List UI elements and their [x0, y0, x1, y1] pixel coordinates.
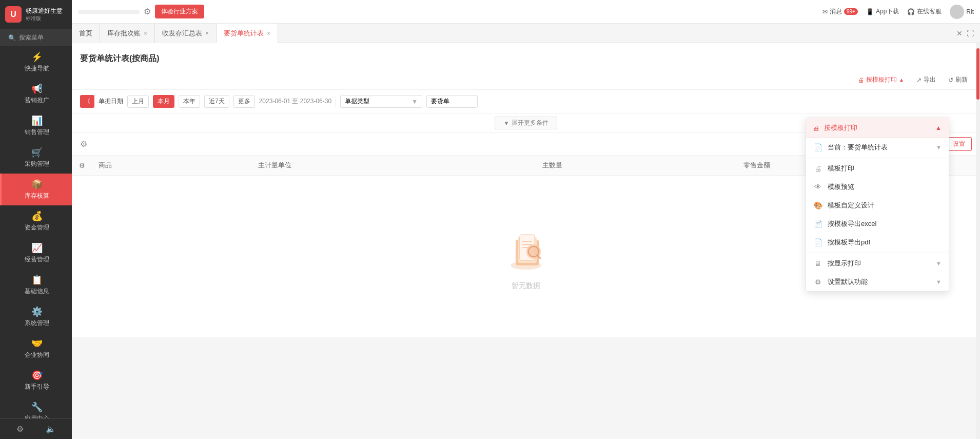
- print-dropdown: 🖨 按模板打印 ▲ 📄 当前：要货单统计表 ▼ 🖨 模板打印 👁 模板预览: [806, 118, 949, 292]
- main-area: ⚙ 体验行业方案 ✉ 消息 99+ 📱 App下载 🎧 在线客服 Rit: [72, 0, 980, 439]
- date-range-display: 2023-06-01 至 2023-06-30: [259, 97, 331, 106]
- sidebar-search[interactable]: 🔍 搜索菜单: [0, 29, 72, 46]
- expand-more-button[interactable]: ▼ 展开更多条件: [495, 117, 557, 129]
- sidebar-item-system[interactable]: ⚙️ 系统管理: [0, 301, 72, 333]
- sidebar-item-basic[interactable]: 📋 基础信息: [0, 269, 72, 301]
- dropdown-display-print[interactable]: 🖥 按显示打印 ▼: [806, 254, 949, 273]
- dropdown-default-func[interactable]: ⚙ 设置默认功能 ▼: [806, 273, 949, 291]
- template-print-label: 模板打印: [828, 164, 854, 173]
- refresh-btn[interactable]: ↺ 刷新: [944, 73, 972, 86]
- guide-icon: 🎯: [31, 370, 43, 381]
- quick-nav-icon: ⚡: [31, 51, 43, 63]
- message-icon: ✉: [822, 8, 828, 15]
- template-pdf-icon: 📄: [813, 238, 822, 246]
- window-expand-btn[interactable]: ⛶: [967, 29, 974, 37]
- divider-2: [806, 253, 949, 253]
- user-avatar: [950, 5, 964, 19]
- chevron-down-icon: ▼: [411, 98, 418, 105]
- sidebar-item-label: 经营管理: [25, 255, 49, 264]
- default-func-label: 设置默认功能: [828, 277, 868, 287]
- topbar-left: ⚙ 体验行业方案: [78, 5, 204, 18]
- topbar: ⚙ 体验行业方案 ✉ 消息 99+ 📱 App下载 🎧 在线客服 Rit: [72, 0, 980, 24]
- sidebar-item-sales[interactable]: 📊 销售管理: [0, 110, 72, 142]
- sidebar-item-label: 企业协同: [25, 351, 49, 359]
- sidebar-item-label: 系统管理: [25, 319, 49, 328]
- online-service-btn[interactable]: 🎧 在线客服: [907, 7, 942, 16]
- col-settings[interactable]: ⚙: [72, 156, 92, 176]
- empty-illustration: [500, 222, 552, 273]
- basic-icon: 📋: [31, 274, 43, 285]
- table-settings-icon[interactable]: ⚙: [80, 139, 87, 149]
- sidebar-item-apps[interactable]: 🔧 应用中心: [0, 396, 72, 418]
- export-label: 导出: [924, 75, 936, 84]
- app-edition: 标准版: [26, 15, 63, 22]
- order-type-select[interactable]: 单据类型 ▼: [340, 95, 422, 108]
- dropdown-template-print[interactable]: 🖨 模板打印: [806, 159, 949, 178]
- dropdown-template-preview[interactable]: 👁 模板预览: [806, 178, 949, 196]
- speaker-footer-btn[interactable]: 🔈: [46, 424, 56, 434]
- date-more[interactable]: 更多: [233, 95, 255, 108]
- messages-btn[interactable]: ✉ 消息 99+: [822, 7, 858, 16]
- sidebar-item-quick-nav[interactable]: ⚡ 快捷导航: [0, 46, 72, 78]
- order-subtype-select[interactable]: 要货单: [426, 95, 478, 108]
- dropdown-chevron-up[interactable]: ▲: [935, 124, 942, 131]
- tab-receipt-close[interactable]: ×: [205, 30, 209, 37]
- template-print-icon: 🖨: [813, 164, 822, 173]
- date-this-year[interactable]: 本年: [179, 95, 200, 108]
- sidebar-item-label: 销售管理: [25, 128, 49, 137]
- date-7days[interactable]: 近7天: [204, 95, 229, 108]
- page-header: 要货单统计表(按商品): [72, 43, 980, 70]
- app-download-btn[interactable]: 📱 App下载: [866, 7, 899, 16]
- settings-footer-btn[interactable]: ⚙: [16, 424, 24, 434]
- current-chevron-down: ▼: [936, 144, 942, 150]
- tab-home[interactable]: 首页: [72, 24, 100, 43]
- col-settings-icon: ⚙: [79, 162, 85, 169]
- display-print-label: 按显示打印: [828, 259, 861, 268]
- date-last-month[interactable]: 上月: [127, 95, 149, 108]
- sidebar-item-purchase[interactable]: 🛒 采购管理: [0, 142, 72, 174]
- sidebar-item-inventory[interactable]: 📦 库存核算: [0, 174, 72, 205]
- industry-plan-button[interactable]: 体验行业方案: [155, 5, 204, 18]
- sidebar-item-finance[interactable]: 💰 资金管理: [0, 205, 72, 237]
- sidebar-item-label: 采购管理: [25, 160, 49, 168]
- sidebar-item-label: 快捷导航: [25, 64, 49, 73]
- purchase-icon: 🛒: [31, 147, 43, 158]
- tab-batch-label: 库存批次账: [107, 29, 141, 38]
- window-close-btn[interactable]: ✕: [956, 29, 963, 37]
- tab-order-stats[interactable]: 要货单统计表 ×: [217, 24, 278, 43]
- sidebar-nav: ⚡ 快捷导航 📢 营销推广 📊 销售管理 🛒 采购管理 📦 库存核算 💰 资金管…: [0, 46, 72, 418]
- service-icon: 🎧: [907, 8, 915, 15]
- dropdown-template-design[interactable]: 🎨 模板自定义设计: [806, 196, 949, 215]
- dropdown-current-template[interactable]: 📄 当前：要货单统计表 ▼: [806, 138, 949, 157]
- print-template-label: 按模板打印: [866, 75, 897, 84]
- user-avatar-area[interactable]: Rit: [950, 5, 974, 19]
- app-download-label: App下载: [876, 7, 899, 16]
- order-type-label: 单据类型: [345, 97, 369, 106]
- topbar-search-box[interactable]: [78, 10, 140, 14]
- order-subtype-label: 要货单: [431, 97, 449, 106]
- refresh-icon: ↺: [948, 77, 953, 84]
- tab-receipt-summary[interactable]: 收发存汇总表 ×: [155, 24, 217, 43]
- tab-batch-account[interactable]: 库存批次账 ×: [100, 24, 155, 43]
- tabs-bar: 首页 库存批次账 × 收发存汇总表 × 要货单统计表 × ✕ ⛶: [72, 24, 980, 43]
- tab-order-close[interactable]: ×: [267, 30, 270, 37]
- sidebar-item-guide[interactable]: 🎯 新手引导: [0, 365, 72, 396]
- dropdown-template-pdf[interactable]: 📄 按模板导出pdf: [806, 233, 949, 252]
- sidebar-item-collab[interactable]: 🤝 企业协同: [0, 333, 72, 365]
- tab-batch-close[interactable]: ×: [144, 30, 147, 37]
- online-service-label: 在线客服: [917, 7, 942, 16]
- dropdown-template-excel[interactable]: 📄 按模板导出excel: [806, 215, 949, 233]
- export-btn[interactable]: ↗ 导出: [912, 73, 940, 86]
- filter-expand-button[interactable]: 《: [80, 95, 94, 108]
- template-preview-label: 模板预览: [828, 182, 854, 192]
- dropdown-title: 按模板打印: [824, 123, 857, 132]
- sidebar-item-marketing[interactable]: 📢 营销推广: [0, 78, 72, 110]
- topbar-right: ✉ 消息 99+ 📱 App下载 🎧 在线客服 Rit: [822, 5, 974, 19]
- right-scrollbar[interactable]: [976, 43, 980, 439]
- print-template-btn[interactable]: 🖨 按模板打印 ▲: [854, 73, 908, 86]
- settings-button[interactable]: 设置: [946, 137, 972, 151]
- date-this-month[interactable]: 本月: [153, 95, 174, 108]
- sidebar-item-operations[interactable]: 📈 经营管理: [0, 237, 72, 269]
- topbar-gear-icon[interactable]: ⚙: [144, 7, 151, 16]
- messages-badge: 99+: [844, 8, 858, 15]
